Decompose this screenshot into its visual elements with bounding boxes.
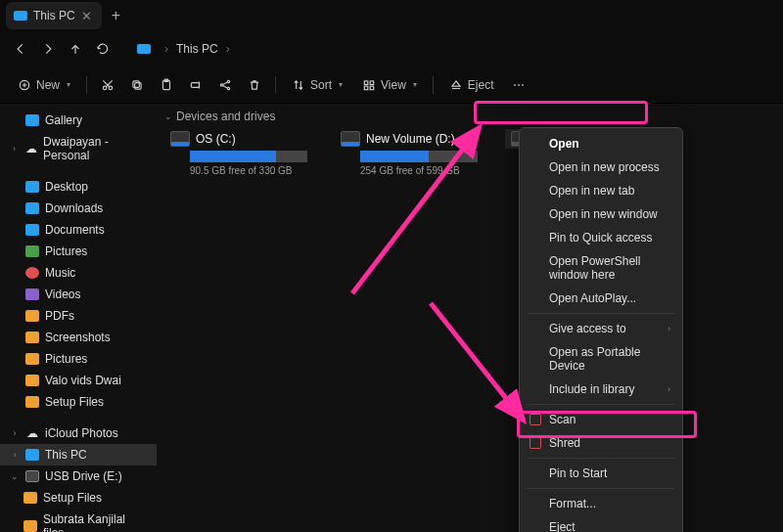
delete-button[interactable]	[242, 72, 267, 98]
sidebar-music[interactable]: Music	[0, 262, 157, 284]
tab-this-pc[interactable]: This PC ✕	[6, 2, 102, 29]
ctx-label: Pin to Quick access	[549, 231, 652, 244]
main-pane: ⌄ Devices and drives OS (C:) 90.5 GB fre…	[157, 104, 783, 532]
ctx-pin-quick[interactable]: Pin to Quick access	[520, 226, 682, 249]
ctx-pin-start[interactable]: Pin to Start	[520, 462, 682, 485]
ctx-eject[interactable]: Eject	[520, 515, 682, 532]
sidebar-label: Desktop	[45, 180, 88, 194]
up-button[interactable]	[63, 36, 88, 62]
pc-breadcrumb-icon[interactable]	[131, 36, 157, 62]
sidebar-valo[interactable]: Valo vids Dwai	[0, 370, 157, 391]
ctx-label: Open in new process	[549, 160, 660, 174]
shield-icon	[530, 414, 541, 425]
ctx-scan[interactable]: Scan	[520, 408, 682, 431]
sidebar-label: PDFs	[45, 309, 74, 323]
drive-free: 90.5 GB free of 330 GB	[190, 165, 327, 176]
new-button[interactable]: New▾	[10, 72, 78, 98]
sidebar-label: Gallery	[45, 113, 82, 127]
forward-button[interactable]	[35, 36, 61, 62]
svg-point-10	[227, 87, 229, 89]
group-label: Devices and drives	[176, 110, 275, 123]
ctx-separator	[528, 313, 674, 314]
ctx-open[interactable]: Open	[520, 132, 682, 155]
more-button[interactable]: ⋯	[506, 72, 531, 98]
ctx-format[interactable]: Format...	[520, 492, 682, 515]
ctx-label: Open in new tab	[549, 184, 634, 198]
sidebar-setup[interactable]: Setup Files	[0, 391, 157, 413]
ctx-autoplay[interactable]: Open AutoPlay...	[520, 287, 682, 310]
sidebar-documents[interactable]: Documents	[0, 219, 157, 241]
toolbar-divider	[86, 76, 87, 94]
sidebar-pdfs[interactable]: PDFs	[0, 305, 157, 327]
ctx-label: Pin to Start	[549, 466, 607, 480]
sidebar-gallery[interactable]: Gallery	[0, 110, 157, 131]
sidebar-icloud[interactable]: ›☁iCloud Photos	[0, 422, 157, 444]
ctx-portable[interactable]: Open as Portable Device	[520, 340, 682, 377]
eject-button[interactable]: Eject	[441, 72, 502, 98]
sidebar-pictures2[interactable]: Pictures	[0, 348, 157, 370]
view-button[interactable]: View▾	[354, 72, 425, 98]
icloud-icon: ☁	[25, 427, 39, 439]
cloud-icon: ☁	[24, 143, 37, 155]
group-devices[interactable]: ⌄ Devices and drives	[164, 110, 783, 123]
sidebar-desktop[interactable]: Desktop	[0, 176, 157, 198]
view-label: View	[381, 78, 406, 92]
ctx-label: Format...	[549, 497, 596, 510]
sidebar-downloads[interactable]: Downloads	[0, 198, 157, 219]
svg-point-8	[220, 83, 222, 85]
ctx-shred[interactable]: Shred	[520, 431, 682, 455]
sidebar-label: Documents	[45, 223, 105, 237]
drive-icon	[341, 131, 360, 147]
ctx-label: Scan	[549, 413, 576, 426]
breadcrumb-this-pc[interactable]: This PC	[176, 42, 218, 56]
folder-icon	[25, 375, 39, 386]
back-button[interactable]	[8, 36, 33, 62]
svg-rect-12	[370, 80, 374, 84]
svg-rect-4	[133, 80, 139, 86]
share-button[interactable]	[212, 72, 238, 98]
sidebar-onedrive[interactable]: ›☁Dwaipayan - Personal	[0, 131, 157, 166]
sort-label: Sort	[310, 78, 332, 92]
rename-button[interactable]	[183, 72, 208, 98]
sidebar-videos[interactable]: Videos	[0, 284, 157, 305]
downloads-icon	[25, 202, 39, 214]
close-tab-icon[interactable]: ✕	[81, 9, 92, 23]
sidebar-label: Dwaipayan - Personal	[43, 135, 149, 162]
ctx-separator	[528, 458, 674, 459]
sort-button[interactable]: Sort▾	[284, 72, 350, 98]
sidebar-usb-subrata[interactable]: Subrata Kanjilal files	[0, 509, 157, 532]
ctx-separator	[528, 404, 674, 405]
refresh-button[interactable]	[90, 36, 115, 62]
sidebar-label: Videos	[45, 288, 80, 301]
drive-os-c[interactable]: OS (C:) 90.5 GB free of 330 GB	[164, 129, 327, 176]
cut-button[interactable]	[95, 72, 120, 98]
sidebar-label: iCloud Photos	[45, 426, 118, 440]
svg-point-9	[227, 80, 229, 82]
sidebar-usb-setup[interactable]: Setup Files	[0, 487, 157, 509]
usb-icon	[25, 470, 39, 482]
drive-name: New Volume (D:)	[366, 132, 455, 146]
new-tab-button[interactable]: +	[112, 7, 120, 24]
ctx-label: Open as Portable Device	[549, 345, 670, 373]
nav-pane[interactable]: Gallery ›☁Dwaipayan - Personal Desktop D…	[0, 104, 157, 532]
ctx-give-access[interactable]: Give access to›	[520, 317, 682, 340]
ctx-include-library[interactable]: Include in library›	[520, 377, 682, 401]
paste-button[interactable]	[154, 72, 179, 98]
sidebar-screenshots[interactable]: Screenshots	[0, 327, 157, 348]
sidebar-usb[interactable]: ⌄USB Drive (E:)	[0, 466, 157, 487]
copy-button[interactable]	[124, 72, 150, 98]
ctx-powershell[interactable]: Open PowerShell window here	[520, 249, 682, 287]
sidebar-pictures[interactable]: Pictures	[0, 241, 157, 262]
drive-new-volume-d[interactable]: New Volume (D:) 254 GB free of 599 GB	[335, 129, 497, 176]
ctx-open-new-window[interactable]: Open in new window	[520, 202, 682, 226]
ctx-open-new-tab[interactable]: Open in new tab	[520, 179, 682, 202]
ctx-open-new-process[interactable]: Open in new process	[520, 155, 682, 179]
svg-rect-3	[135, 82, 141, 88]
sidebar-label: This PC	[45, 448, 87, 462]
ctx-label: Open AutoPlay...	[549, 291, 636, 305]
sidebar-this-pc[interactable]: ›This PC	[0, 444, 157, 466]
drive-usage-bar	[360, 151, 478, 162]
drive-free: 254 GB free of 599 GB	[360, 165, 497, 176]
documents-icon	[25, 224, 39, 236]
folder-icon	[25, 310, 39, 322]
